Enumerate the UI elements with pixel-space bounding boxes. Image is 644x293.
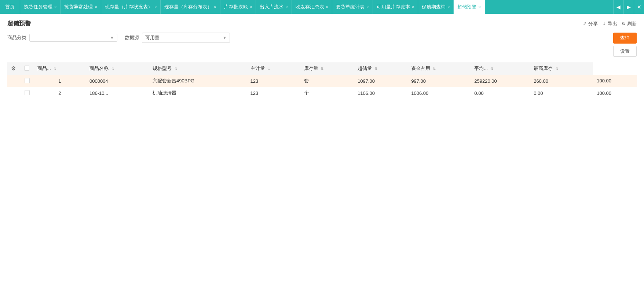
table-header-row: ⚙ 商品... ⇅ 商品名称 ⇅ 规格型号 ⇅ 主计量 xyxy=(7,62,637,75)
nav-close-arrow[interactable]: ✕ xyxy=(634,0,644,14)
nav-tab-tab-3[interactable]: 现存量（库存状况表）× xyxy=(101,0,161,14)
share-icon: ↗ xyxy=(583,21,587,26)
col-header-avg-label: 平均... xyxy=(474,66,488,71)
row-checkbox-cell-0 xyxy=(21,75,34,87)
col-name-sort-icon[interactable]: ⇅ xyxy=(111,67,114,71)
col-header-avg: 平均... ⇅ xyxy=(471,62,530,75)
nav-tab-tab-8[interactable]: 要货单统计表× xyxy=(332,0,373,14)
nav-tab-close-tab-2[interactable]: × xyxy=(95,5,97,9)
row-maxstock-1: 100.00 xyxy=(593,87,637,99)
datasource-label: 数据源 xyxy=(125,34,139,41)
share-label: 分享 xyxy=(588,21,598,27)
nav-tab-close-tab-6[interactable]: × xyxy=(285,5,288,9)
page-title: 超储预警 xyxy=(7,20,31,27)
refresh-icon: ↻ xyxy=(622,21,626,26)
col-maxstock-sort-icon[interactable]: ⇅ xyxy=(555,67,558,71)
col-avg-sort-icon[interactable]: ⇅ xyxy=(490,67,493,71)
data-table: ⚙ 商品... ⇅ 商品名称 ⇅ 规格型号 ⇅ 主计量 xyxy=(7,62,637,99)
col-header-unit: 主计量 ⇅ xyxy=(247,62,300,75)
table-row: 2 186-10... 机油滤清器 123 个 1106.00 1006.00 … xyxy=(7,87,637,99)
nav-tab-tab-11[interactable]: 超储预警× xyxy=(454,0,484,14)
table-body: 1 0000004 六配套新昌490BPG 123 套 1097.00 997.… xyxy=(7,75,637,99)
row-checkbox-1[interactable] xyxy=(25,90,30,95)
col-header-capital-label: 资金占用 xyxy=(411,66,430,71)
refresh-label: 刷新 xyxy=(627,21,637,27)
nav-tab-label: 拣货异常处理 xyxy=(64,4,93,10)
row-settings-0 xyxy=(7,75,21,87)
datasource-dropdown-icon: ▼ xyxy=(223,36,227,40)
nav-home[interactable]: 首页 xyxy=(0,0,20,14)
export-button[interactable]: ⤓ 导出 xyxy=(602,21,617,27)
col-spec-sort-icon[interactable]: ⇅ xyxy=(174,67,177,71)
nav-tab-label: 收发存汇总表 xyxy=(296,4,324,10)
query-buttons: 查询 设置 xyxy=(613,33,637,57)
refresh-button[interactable]: ↻ 刷新 xyxy=(622,21,637,27)
row-index-0: 1 xyxy=(34,75,86,87)
nav-bar: 首页 拣货任务管理×拣货异常处理×现存量（库存状况表）×现存量（库存分布表）×库… xyxy=(0,0,644,14)
col-capital-sort-icon[interactable]: ⇅ xyxy=(433,67,436,71)
nav-tab-label: 要货单统计表 xyxy=(336,4,365,10)
row-index-1: 2 xyxy=(34,87,86,99)
nav-tab-tab-4[interactable]: 现存量（库存分布表）× xyxy=(161,0,220,14)
col-header-capital: 资金占用 ⇅ xyxy=(407,62,471,75)
col-header-code: 商品... ⇅ xyxy=(34,62,86,75)
col-over-sort-icon[interactable]: ⇅ xyxy=(374,67,377,71)
col-header-over: 超储量 ⇅ xyxy=(354,62,407,75)
nav-tab-close-tab-5[interactable]: × xyxy=(250,5,252,9)
row-avg-1: 0.00 xyxy=(530,87,593,99)
col-header-spec: 规格型号 ⇅ xyxy=(149,62,246,75)
nav-tab-label: 现存量（库存状况表） xyxy=(105,4,153,10)
row-unit-1: 个 xyxy=(300,87,354,99)
col-header-maxstock: 最高库存 ⇅ xyxy=(530,62,593,75)
nav-prev-arrow[interactable]: ◀ xyxy=(613,0,623,14)
col-unit-sort-icon[interactable]: ⇅ xyxy=(267,67,270,71)
nav-tab-tab-7[interactable]: 收发存汇总表× xyxy=(292,0,332,14)
settings-button[interactable]: 设置 xyxy=(613,46,637,57)
header-actions: ↗ 分享 ⤓ 导出 ↻ 刷新 xyxy=(583,21,637,27)
row-checkbox-cell-1 xyxy=(21,87,34,99)
nav-tabs: 拣货任务管理×拣货异常处理×现存量（库存状况表）×现存量（库存分布表）×库存批次… xyxy=(20,0,613,14)
nav-tab-close-tab-10[interactable]: × xyxy=(447,5,450,9)
page-header: 超储预警 ↗ 分享 ⤓ 导出 ↻ 刷新 xyxy=(7,20,637,27)
col-stock-sort-icon[interactable]: ⇅ xyxy=(321,67,323,71)
nav-tab-tab-2[interactable]: 拣货异常处理× xyxy=(61,0,101,14)
row-checkbox-0[interactable] xyxy=(25,78,30,83)
export-label: 导出 xyxy=(608,21,617,27)
category-dropdown-icon: ▼ xyxy=(110,36,114,40)
col-header-stock-label: 库存量 xyxy=(304,66,318,71)
table-header: ⚙ 商品... ⇅ 商品名称 ⇅ 规格型号 ⇅ 主计量 xyxy=(7,62,637,75)
nav-tab-tab-1[interactable]: 拣货任务管理× xyxy=(20,0,61,14)
nav-tab-close-tab-9[interactable]: × xyxy=(412,5,414,9)
nav-tab-close-tab-4[interactable]: × xyxy=(214,5,216,9)
col-header-spec-label: 规格型号 xyxy=(153,66,172,71)
row-code-1: 186-10... xyxy=(86,87,149,99)
select-all-checkbox[interactable] xyxy=(24,66,29,71)
col-code-sort-icon[interactable]: ⇅ xyxy=(53,67,56,71)
category-select[interactable]: ▼ xyxy=(29,34,117,42)
nav-tab-close-tab-3[interactable]: × xyxy=(154,5,157,9)
gear-icon[interactable]: ⚙ xyxy=(11,65,16,71)
nav-tab-tab-10[interactable]: 保质期查询× xyxy=(418,0,454,14)
nav-tab-tab-5[interactable]: 库存批次账× xyxy=(220,0,256,14)
query-button[interactable]: 查询 xyxy=(613,33,637,44)
nav-tab-close-tab-7[interactable]: × xyxy=(326,5,328,9)
nav-arrows: ◀ ▶ ✕ xyxy=(613,0,644,14)
datasource-select[interactable]: 可用量 ▼ xyxy=(142,33,230,43)
row-settings-1 xyxy=(7,87,21,99)
row-name-0: 六配套新昌490BPG xyxy=(149,75,246,87)
page-container: 超储预警 ↗ 分享 ⤓ 导出 ↻ 刷新 商品分类 xyxy=(0,14,644,293)
nav-tab-close-tab-8[interactable]: × xyxy=(366,5,369,9)
nav-tab-close-tab-1[interactable]: × xyxy=(54,5,56,9)
col-header-name: 商品名称 ⇅ xyxy=(86,62,149,75)
nav-tab-tab-9[interactable]: 可用量库存账本× xyxy=(373,0,418,14)
nav-tab-close-tab-11[interactable]: × xyxy=(478,5,480,9)
row-unit-0: 套 xyxy=(300,75,354,87)
share-button[interactable]: ↗ 分享 xyxy=(583,21,598,27)
col-header-name-label: 商品名称 xyxy=(89,66,109,71)
row-avg-0: 260.00 xyxy=(530,75,593,87)
row-maxstock-0: 100.00 xyxy=(593,75,637,87)
nav-tab-tab-6[interactable]: 出入库流水× xyxy=(256,0,292,14)
col-header-code-label: 商品... xyxy=(37,66,51,71)
datasource-value: 可用量 xyxy=(145,34,160,41)
nav-next-arrow[interactable]: ▶ xyxy=(623,0,634,14)
